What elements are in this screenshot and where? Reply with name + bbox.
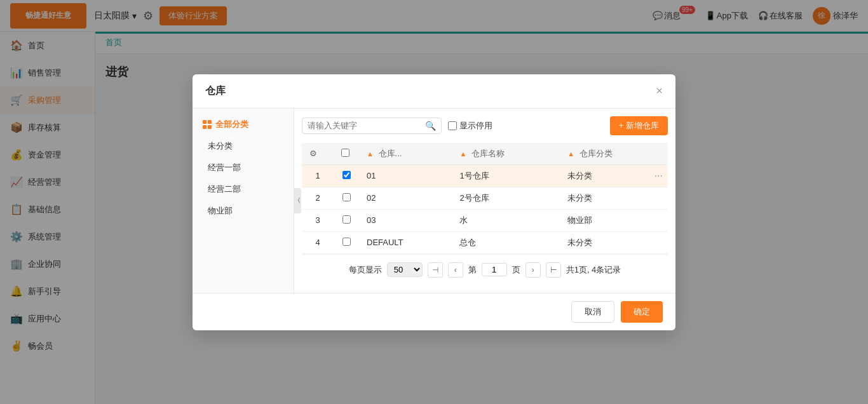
row-checkbox-cell xyxy=(334,187,359,209)
add-warehouse-button[interactable]: + 新增仓库 xyxy=(610,116,668,135)
th-checkbox xyxy=(334,143,359,165)
category-dept1[interactable]: 经营一部 xyxy=(193,157,294,178)
page-number-input[interactable] xyxy=(482,263,507,276)
confirm-button[interactable]: 确定 xyxy=(621,301,663,323)
row-num: 2 xyxy=(302,187,334,209)
th-code: ▲ 仓库... xyxy=(359,143,452,165)
close-icon[interactable]: × xyxy=(656,85,663,97)
show-disabled-checkbox[interactable] xyxy=(448,121,457,130)
row-checkbox-cell xyxy=(334,165,359,187)
sort-icon-name: ▲ xyxy=(459,150,466,158)
table-row[interactable]: 2 02 2号仓库 未分类 xyxy=(302,187,668,209)
pagination: 每页显示 50 100 200 ⊣ ‹ 第 页 › ⊢ 共1页, 4条记录 xyxy=(302,254,668,285)
modal-header: 仓库 × xyxy=(193,74,675,109)
table-row[interactable]: 1 01 1号仓库 未分类··· xyxy=(302,165,668,187)
row-checkbox[interactable] xyxy=(342,171,351,179)
prev-page-button[interactable]: ‹ xyxy=(448,262,463,278)
category-property[interactable]: 物业部 xyxy=(193,200,294,222)
row-category: 物业部 xyxy=(560,209,668,231)
modal-title: 仓库 xyxy=(205,84,226,98)
row-code: 01 xyxy=(359,165,452,187)
table-container: ⚙ ▲ 仓库... ▲ xyxy=(302,143,668,254)
row-name: 2号仓库 xyxy=(452,187,560,209)
table-toolbar: 🔍 显示停用 + 新增仓库 xyxy=(302,116,668,135)
table-row[interactable]: 4 DEFAULT 总仓 未分类 xyxy=(302,231,668,253)
row-num: 1 xyxy=(302,165,334,187)
select-all-checkbox[interactable] xyxy=(341,149,349,157)
category-unclassified[interactable]: 未分类 xyxy=(193,135,294,157)
collapse-category-button[interactable]: 《 xyxy=(294,188,301,213)
th-gear: ⚙ xyxy=(302,143,334,165)
table-area: 🔍 显示停用 + 新增仓库 ⚙ xyxy=(294,109,675,293)
row-name: 总仓 xyxy=(452,231,560,253)
row-checkbox-cell xyxy=(334,231,359,253)
row-category: 未分类 xyxy=(560,231,668,253)
grid-icon xyxy=(203,120,212,129)
row-checkbox[interactable] xyxy=(342,193,351,201)
row-name: 1号仓库 xyxy=(452,165,560,187)
sort-icon: ▲ xyxy=(367,150,374,158)
page-size-select[interactable]: 50 100 200 xyxy=(387,262,423,277)
row-num: 3 xyxy=(302,209,334,231)
sort-icon-cat: ▲ xyxy=(567,150,574,158)
modal-body: 全部分类 未分类 经营一部 经营二部 物业部 《 xyxy=(193,109,675,293)
cancel-button[interactable]: 取消 xyxy=(571,301,614,323)
gear-icon: ⚙ xyxy=(309,149,317,158)
table-row[interactable]: 3 03 水 物业部 xyxy=(302,209,668,231)
warehouse-table: ⚙ ▲ 仓库... ▲ xyxy=(302,143,668,254)
search-icon: 🔍 xyxy=(425,121,436,131)
warehouse-modal: 仓库 × 全部分类 未分类 经营一部 经营二部 xyxy=(193,74,675,330)
row-code: DEFAULT xyxy=(359,231,452,253)
row-checkbox-cell xyxy=(334,209,359,231)
row-checkbox[interactable] xyxy=(342,215,351,224)
search-box: 🔍 xyxy=(302,118,442,134)
next-page-button[interactable]: › xyxy=(526,262,541,278)
th-category: ▲ 仓库分类 xyxy=(560,143,668,165)
first-page-button[interactable]: ⊣ xyxy=(428,262,443,278)
row-num: 4 xyxy=(302,231,334,253)
row-category: 未分类 xyxy=(560,187,668,209)
modal-overlay: 仓库 × 全部分类 未分类 经营一部 经营二部 xyxy=(0,0,868,404)
row-name: 水 xyxy=(452,209,560,231)
show-disabled-checkbox-area: 显示停用 xyxy=(448,120,492,131)
category-dept2[interactable]: 经营二部 xyxy=(193,178,294,200)
row-code: 03 xyxy=(359,209,452,231)
th-name: ▲ 仓库名称 xyxy=(452,143,560,165)
last-page-button[interactable]: ⊢ xyxy=(546,262,561,278)
all-categories-header[interactable]: 全部分类 xyxy=(193,114,294,135)
row-checkbox[interactable] xyxy=(342,238,351,246)
search-input[interactable] xyxy=(308,121,425,130)
row-code: 02 xyxy=(359,187,452,209)
row-category: 未分类··· xyxy=(560,165,668,187)
modal-footer: 取消 确定 xyxy=(193,293,675,330)
row-more-button[interactable]: ··· xyxy=(654,170,663,182)
category-sidebar: 全部分类 未分类 经营一部 经营二部 物业部 《 xyxy=(193,109,294,293)
